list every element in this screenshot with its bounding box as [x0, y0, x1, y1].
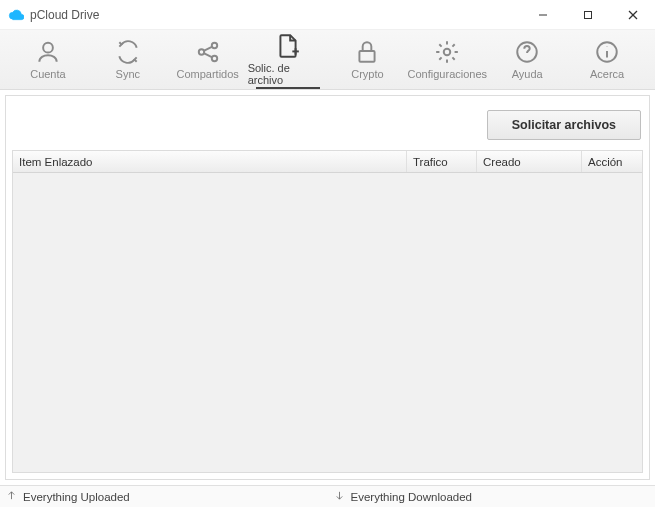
tab-label: Ayuda: [512, 68, 543, 80]
app-cloud-icon: [8, 7, 24, 23]
download-arrow-icon: [334, 490, 345, 503]
action-bar: Solicitar archivos: [12, 102, 643, 150]
tab-label: Compartidos: [177, 68, 239, 80]
content-area: Solicitar archivos Item Enlazado Trafico…: [0, 90, 655, 485]
tab-settings[interactable]: Configuraciones: [407, 30, 487, 89]
tab-label: Crypto: [351, 68, 383, 80]
file-request-table: Item Enlazado Trafico Creado Acción: [12, 150, 643, 473]
tab-shared[interactable]: Compartidos: [168, 30, 248, 89]
minimize-button[interactable]: [520, 0, 565, 30]
tab-about[interactable]: Acerca: [567, 30, 647, 89]
account-icon: [34, 39, 62, 65]
gear-icon: [433, 39, 461, 65]
table-header: Item Enlazado Trafico Creado Acción: [13, 151, 642, 173]
svg-line-8: [203, 47, 212, 51]
svg-rect-1: [584, 11, 591, 18]
status-downloaded: Everything Downloaded: [328, 490, 656, 503]
lock-icon: [353, 39, 381, 65]
table-body-empty: [13, 173, 642, 472]
tab-file-request[interactable]: Solic. de archivo: [248, 30, 328, 89]
window-controls: [520, 0, 655, 30]
toolbar: Cuenta Sync Compartidos Solic. de archiv…: [0, 30, 655, 90]
status-uploaded-text: Everything Uploaded: [23, 491, 130, 503]
status-uploaded: Everything Uploaded: [0, 490, 328, 503]
tab-sync[interactable]: Sync: [88, 30, 168, 89]
help-icon: [513, 39, 541, 65]
request-files-button[interactable]: Solicitar archivos: [487, 110, 641, 140]
share-icon: [194, 39, 222, 65]
tab-account[interactable]: Cuenta: [8, 30, 88, 89]
svg-line-9: [203, 53, 212, 57]
tab-label: Acerca: [590, 68, 624, 80]
column-created[interactable]: Creado: [477, 151, 582, 172]
content-panel: Solicitar archivos Item Enlazado Trafico…: [5, 95, 650, 480]
svg-rect-12: [360, 51, 375, 62]
column-linked-item[interactable]: Item Enlazado: [13, 151, 407, 172]
close-button[interactable]: [610, 0, 655, 30]
svg-point-4: [43, 43, 53, 53]
column-traffic[interactable]: Trafico: [407, 151, 477, 172]
status-bar: Everything Uploaded Everything Downloade…: [0, 485, 655, 507]
status-downloaded-text: Everything Downloaded: [351, 491, 472, 503]
tab-crypto[interactable]: Crypto: [328, 30, 408, 89]
tab-label: Sync: [116, 68, 140, 80]
title-bar: pCloud Drive: [0, 0, 655, 30]
file-plus-icon: [274, 33, 302, 59]
upload-arrow-icon: [6, 490, 17, 503]
svg-point-13: [444, 49, 451, 56]
maximize-button[interactable]: [565, 0, 610, 30]
column-action[interactable]: Acción: [582, 151, 642, 172]
window-title: pCloud Drive: [30, 8, 99, 22]
tab-label: Configuraciones: [408, 68, 488, 80]
tab-help[interactable]: Ayuda: [487, 30, 567, 89]
tab-label: Solic. de archivo: [248, 62, 328, 86]
info-icon: [593, 39, 621, 65]
sync-icon: [114, 39, 142, 65]
tab-label: Cuenta: [30, 68, 65, 80]
